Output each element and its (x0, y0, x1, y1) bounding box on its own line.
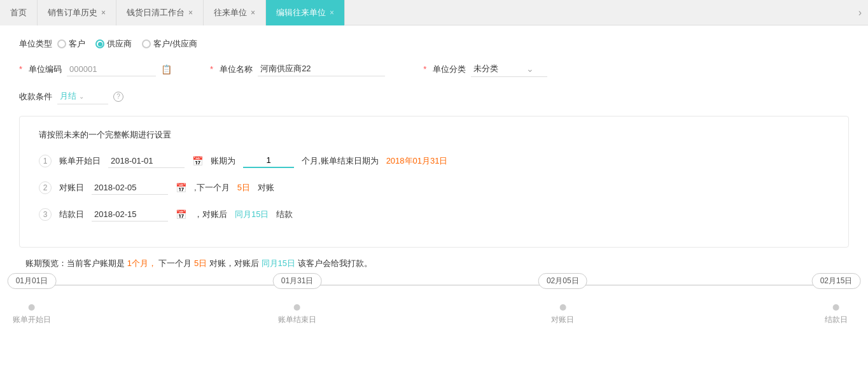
radio-customer-label: 客户 (69, 38, 85, 50)
reconcile-date-input[interactable] (92, 181, 168, 195)
unit-category-group: * 单位分类 未分类 ⌄ (423, 61, 547, 77)
payment-terms-arrow: ⌄ (79, 93, 84, 100)
timeline-dot-3 (559, 304, 566, 311)
timeline-dot-2 (294, 304, 300, 311)
period-row-2-label: 对账日 (59, 182, 84, 194)
period-month-label: 个月,账单结束日期为 (302, 155, 379, 167)
unit-code-input[interactable] (67, 62, 156, 76)
payment-prefix: ，对账后 (194, 209, 227, 220)
tab-cash-work-close[interactable]: × (188, 8, 193, 17)
preview-label: 账期预览：当前客户账期是 (25, 258, 125, 268)
tab-partner-units-close[interactable]: × (251, 8, 255, 17)
period-row-1-number: 1 (39, 155, 52, 167)
tab-home-label: 首页 (10, 7, 27, 18)
reconcile-day: 5日 (237, 182, 250, 194)
period-row-3-label: 结款日 (59, 209, 84, 220)
start-date-input[interactable] (108, 154, 185, 168)
timeline-line: 01月01日 账单开始日 01月31日 账单结束日 02月05日 对账日 (32, 285, 836, 286)
tab-bar: 首页 销售订单历史 × 钱货日清工作台 × 往来单位 × 编辑往来单位 × › (0, 0, 868, 25)
payment-suffix: 结款 (276, 209, 293, 220)
timeline-track: 01月01日 账单开始日 01月31日 账单结束日 02月05日 对账日 (25, 282, 843, 288)
radio-both-label: 客户/供应商 (153, 38, 197, 50)
unit-category-label: 单位分类 (433, 64, 466, 75)
preview-reconcile-suffix: 对账，对账后 (209, 258, 259, 268)
preview-payment-suffix: 该客户会给我打款。 (298, 258, 372, 268)
main-content: 单位类型 客户 供应商 客户/供应商 * 单位编码 (0, 25, 868, 387)
tab-partner-units-label: 往来单位 (214, 7, 247, 18)
tab-cash-work[interactable]: 钱货日清工作台 × (116, 0, 204, 25)
timeline-dot-4 (833, 304, 839, 311)
reconcile-suffix: 对账 (258, 182, 274, 194)
timeline-point-1: 01月01日 账单开始日 (8, 273, 57, 325)
period-row-2: 2 对账日 📅 ,下一个月 5日 对账 (39, 181, 829, 195)
unit-category-value: 未分类 (473, 63, 498, 74)
tab-sales-history-label: 销售订单历史 (48, 7, 97, 18)
tab-edit-partner-close[interactable]: × (330, 8, 334, 17)
unit-info-row: * 单位编码 📋 * 单位名称 * 单位分类 未分类 ⌄ (19, 61, 849, 77)
timeline-container: 01月01日 账单开始日 01月31日 账单结束日 02月05日 对账日 (25, 282, 843, 288)
timeline-pill-2: 01月31日 (273, 273, 322, 289)
reconcile-date-calendar[interactable]: 📅 (176, 183, 186, 193)
unit-name-group: * 单位名称 (210, 62, 385, 76)
tab-edit-partner[interactable]: 编辑往来单位 × (266, 0, 345, 25)
payment-day: 同月15日 (235, 209, 269, 220)
radio-both-circle (142, 39, 151, 48)
radio-group: 客户 供应商 客户/供应商 (57, 38, 197, 50)
payment-date-input[interactable] (92, 208, 168, 222)
unit-code-icon[interactable]: 📋 (161, 64, 172, 74)
unit-type-group: 单位类型 客户 供应商 客户/供应商 (19, 38, 197, 50)
timeline-pill-3: 02月05日 (538, 273, 587, 289)
unit-code-star: * (19, 64, 22, 74)
period-row-1-label: 账单开始日 (59, 155, 101, 167)
period-row-3: 3 结款日 📅 ，对账后 同月15日 结款 (39, 208, 829, 222)
period-for-label: 账期为 (211, 155, 235, 167)
radio-customer[interactable]: 客户 (57, 38, 85, 50)
unit-category-dropdown[interactable]: 未分类 ⌄ (471, 61, 547, 77)
unit-name-input[interactable] (258, 62, 385, 76)
unit-name-label: 单位名称 (220, 64, 253, 75)
period-row-1: 1 账单开始日 📅 账期为 个月,账单结束日期为 2018年01月31日 (39, 153, 829, 168)
unit-category-arrow: ⌄ (526, 64, 534, 74)
payment-terms-row: 收款条件 月结 ⌄ ? (19, 88, 849, 104)
radio-both[interactable]: 客户/供应商 (142, 38, 197, 50)
unit-name-star: * (210, 64, 213, 74)
unit-type-row: 单位类型 客户 供应商 客户/供应商 (19, 38, 849, 50)
preview-text: 账期预览：当前客户账期是 1个月， 下一个月 5日 对账，对账后 同月15日 该… (19, 258, 849, 269)
timeline-label-1: 账单开始日 (13, 314, 51, 325)
preview-payment-highlight: 同月15日 (262, 258, 295, 268)
tab-more-button[interactable]: › (852, 7, 868, 18)
period-row-2-number: 2 (39, 181, 52, 194)
timeline-point-3: 02月05日 对账日 (538, 273, 587, 325)
radio-supplier[interactable]: 供应商 (95, 38, 132, 50)
start-date-calendar[interactable]: 📅 (192, 156, 203, 166)
payment-date-calendar[interactable]: 📅 (176, 209, 186, 220)
payment-terms-label: 收款条件 (19, 91, 52, 102)
tab-sales-history[interactable]: 销售订单历史 × (38, 0, 116, 25)
period-row-3-number: 3 (39, 208, 52, 221)
tab-edit-partner-label: 编辑往来单位 (276, 7, 326, 18)
radio-supplier-label: 供应商 (107, 38, 132, 50)
radio-customer-circle (57, 39, 66, 48)
payment-terms-dropdown[interactable]: 月结 ⌄ (57, 88, 108, 104)
timeline-pill-4: 02月15日 (812, 273, 861, 289)
timeline-label-4: 结款日 (825, 314, 848, 325)
tab-home[interactable]: 首页 (0, 0, 38, 25)
unit-type-label: 单位类型 (19, 38, 52, 50)
period-number-input[interactable] (243, 153, 294, 168)
timeline-pill-1: 01月01日 (8, 273, 57, 289)
period-title: 请按照未来的一个完整帐期进行设置 (39, 129, 829, 141)
timeline-dot-1 (29, 304, 35, 311)
preview-reconcile-prefix: 下一个月 (158, 258, 192, 268)
period-end-date: 2018年01月31日 (386, 155, 448, 167)
timeline-label-2: 账单结束日 (278, 314, 316, 325)
radio-supplier-circle (95, 39, 104, 48)
tab-sales-history-close[interactable]: × (101, 8, 106, 17)
timeline-point-2: 01月31日 账单结束日 (273, 273, 322, 325)
unit-code-group: * 单位编码 📋 (19, 62, 172, 76)
payment-terms-help[interactable]: ? (113, 92, 123, 102)
payment-terms-group: 收款条件 月结 ⌄ ? (19, 88, 123, 104)
preview-period: 1个月， (127, 258, 157, 268)
period-box: 请按照未来的一个完整帐期进行设置 1 账单开始日 📅 账期为 个月,账单结束日期… (19, 116, 849, 248)
tab-partner-units[interactable]: 往来单位 × (204, 0, 266, 25)
preview-reconcile-highlight: 5日 (194, 258, 207, 268)
